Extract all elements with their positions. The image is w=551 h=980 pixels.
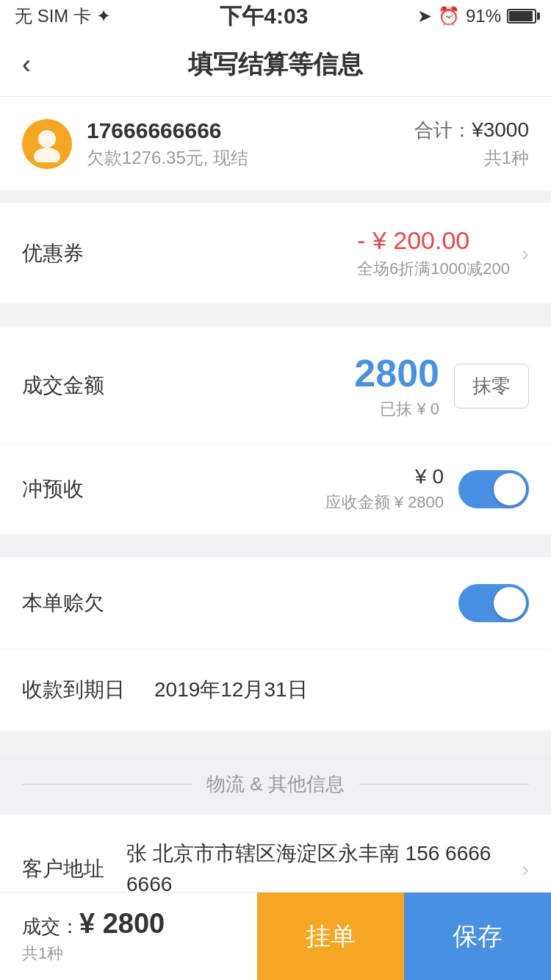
bottom-deal-amount: ¥ 2800 — [79, 908, 165, 939]
prepaid-label: 冲预收 — [22, 475, 84, 503]
alarm-icon: ⏰ — [438, 6, 460, 26]
svg-point-0 — [38, 130, 56, 148]
address-value: 张 北京市市辖区海淀区永丰南 156 6666 6666 — [126, 838, 522, 900]
customer-right: 合计：¥3000 共1种 — [414, 118, 529, 170]
round-button[interactable]: 抹零 — [454, 364, 529, 408]
total-label-amount: 合计：¥3000 — [414, 118, 529, 143]
back-button[interactable]: ‹ — [22, 42, 38, 87]
bottom-info: 成交：¥ 2800 共1种 — [0, 908, 257, 965]
battery-percent: 91% — [466, 6, 501, 26]
coupon-row[interactable]: 优惠券 - ¥ 200.00 全场6折满1000减200 › — [0, 203, 551, 304]
status-bar-left: 无 SIM 卡 ✦ — [15, 4, 111, 28]
customer-row: 17666666666 欠款1276.35元, 现结 合计：¥3000 共1种 — [0, 97, 551, 191]
svg-point-1 — [34, 148, 60, 162]
total-label: 合计： — [414, 119, 472, 141]
customer-info: 17666666666 欠款1276.35元, 现结 — [87, 118, 248, 170]
debt-toggle[interactable] — [458, 584, 529, 622]
customer-subtext: 欠款1276.35元, 现结 — [87, 146, 248, 170]
customer-section: 17666666666 欠款1276.35元, 现结 合计：¥3000 共1种 — [0, 97, 551, 191]
status-bar-time: 下午4:03 — [220, 1, 308, 32]
avatar — [22, 119, 72, 169]
customer-left: 17666666666 欠款1276.35元, 现结 — [22, 118, 248, 170]
prepaid-right: ¥ 0 应收金额 ¥ 2800 — [325, 465, 529, 514]
sim-status: 无 SIM 卡 ✦ — [15, 4, 111, 28]
deal-label: 成交金额 — [22, 372, 104, 400]
customer-phone: 17666666666 — [87, 118, 248, 143]
duedate-row: 收款到期日 2019年12月31日 — [0, 649, 551, 730]
save-button[interactable]: 保存 — [404, 893, 551, 980]
divider-line-right — [359, 784, 529, 785]
gray-separator-1 — [0, 316, 551, 328]
debt-label: 本单赊欠 — [22, 589, 104, 617]
deal-sub: 已抹 ¥ 0 — [354, 398, 439, 420]
prepaid-subtext: 应收金额 ¥ 2800 — [325, 491, 444, 514]
address-chevron-icon: › — [522, 857, 529, 882]
duedate-value: 2019年12月31日 — [154, 676, 308, 704]
coupon-amount: - ¥ 200.00 — [357, 226, 510, 255]
logistics-label: 物流 & 其他信息 — [206, 771, 345, 797]
debt-row: 本单赊欠 — [0, 558, 551, 649]
bottom-deal-row: 成交：¥ 2800 — [22, 908, 235, 940]
location-icon: ➤ — [417, 6, 432, 26]
chevron-right-icon: › — [522, 241, 529, 266]
coupon-right: - ¥ 200.00 全场6折满1000减200 › — [357, 226, 529, 280]
bottom-count: 共1种 — [22, 943, 235, 965]
prepaid-amount: ¥ 0 — [325, 465, 444, 489]
deal-amount-row: 成交金额 2800 已抹 ¥ 0 抹零 — [0, 328, 551, 444]
bottom-bar: 成交：¥ 2800 共1种 挂单 保存 — [0, 892, 551, 980]
nav-bar: ‹ 填写结算等信息 — [0, 32, 551, 97]
prepaid-row: 冲预收 ¥ 0 应收金额 ¥ 2800 — [0, 444, 551, 534]
prepaid-amount-block: ¥ 0 应收金额 ¥ 2800 — [325, 465, 444, 514]
total-count: 共1种 — [414, 146, 529, 170]
gray-separator-2 — [0, 546, 551, 558]
coupon-desc: 全场6折满1000减200 — [357, 258, 510, 280]
address-label: 客户地址 — [22, 855, 104, 883]
prepaid-toggle[interactable] — [458, 470, 529, 508]
deal-section: 成交金额 2800 已抹 ¥ 0 抹零 冲预收 ¥ 0 应收金额 ¥ 2800 — [0, 328, 551, 534]
debt-section: 本单赊欠 收款到期日 2019年12月31日 — [0, 558, 551, 730]
gray-separator-3 — [0, 742, 551, 754]
battery-icon — [507, 9, 536, 24]
pending-button[interactable]: 挂单 — [257, 893, 404, 980]
divider-line-left — [22, 784, 192, 785]
toggle-thumb — [494, 473, 526, 505]
status-bar: 无 SIM 卡 ✦ 下午4:03 ➤ ⏰ 91% — [0, 0, 551, 32]
content-area: 17666666666 欠款1276.35元, 现结 合计：¥3000 共1种 … — [0, 97, 551, 980]
debt-toggle-thumb — [494, 587, 526, 619]
deal-amount-value: 2800 — [354, 351, 439, 395]
deal-amount-block: 2800 已抹 ¥ 0 — [354, 351, 439, 420]
coupon-label: 优惠券 — [22, 239, 84, 267]
coupon-section: 优惠券 - ¥ 200.00 全场6折满1000减200 › — [0, 203, 551, 304]
coupon-value-block: - ¥ 200.00 全场6折满1000减200 — [357, 226, 510, 280]
logistics-divider: 物流 & 其他信息 — [0, 754, 551, 815]
duedate-label: 收款到期日 — [22, 676, 125, 704]
avatar-icon — [29, 126, 65, 162]
total-amount: ¥3000 — [472, 118, 529, 141]
status-bar-right: ➤ ⏰ 91% — [417, 6, 536, 26]
bottom-deal-label: 成交： — [22, 915, 79, 937]
deal-right: 2800 已抹 ¥ 0 抹零 — [354, 351, 529, 420]
page-title: 填写结算等信息 — [188, 48, 363, 82]
